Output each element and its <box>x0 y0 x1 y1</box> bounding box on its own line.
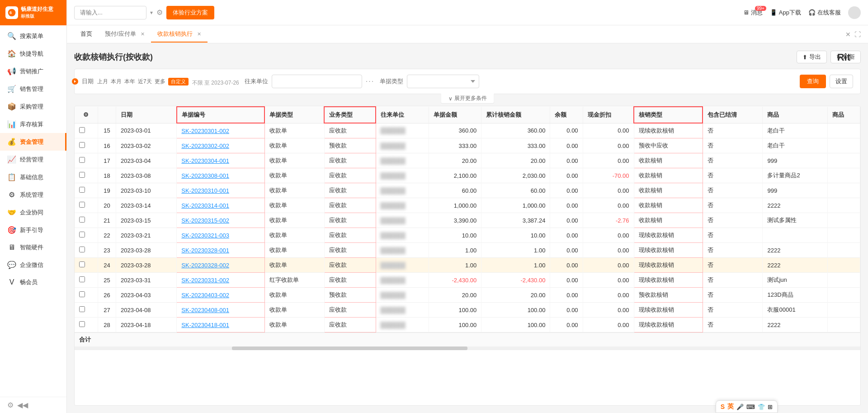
cell-doc-no[interactable]: SK-20230302-002 <box>177 138 264 153</box>
tab-home[interactable]: 首页 <box>74 26 99 43</box>
date-last-month[interactable]: 上月 <box>97 78 108 85</box>
cell-partner: ██████ <box>376 273 429 288</box>
more-filter-dots[interactable]: ··· <box>366 77 374 85</box>
cell-doc-no[interactable]: SK-20230321-003 <box>177 228 264 243</box>
cell-doc-no[interactable]: SK-20230408-001 <box>177 303 264 318</box>
cell-biz-type: 应收款 <box>324 258 376 273</box>
table-row: 152023-03-01SK-20230301-002收款单应收款██████3… <box>75 123 860 138</box>
messages-button[interactable]: 🖥 消息 99+ <box>743 9 763 17</box>
cell-doc-no[interactable]: SK-20230418-001 <box>177 318 264 332</box>
tab-close-collection[interactable]: ✕ <box>197 31 201 37</box>
sidebar-icon-wecom: 💬 <box>7 261 16 269</box>
cell-doc-no[interactable]: SK-20230308-001 <box>177 168 264 183</box>
date-this-month[interactable]: 本月 <box>111 78 122 85</box>
cell-doc-no[interactable]: SK-20230328-001 <box>177 243 264 258</box>
cell-doc-no[interactable]: SK-20230403-002 <box>177 288 264 303</box>
sidebar-icon-guide: 🎯 <box>7 226 16 234</box>
app-download-button[interactable]: 📱 App下载 <box>770 9 801 17</box>
user-avatar[interactable] <box>848 6 861 19</box>
doctype-select[interactable] <box>407 75 479 88</box>
expand-tab-btn[interactable]: ⛶ <box>854 31 861 38</box>
ime-mic-icon[interactable]: 🎤 <box>736 404 744 410</box>
sidebar-item-corp[interactable]: 🤝企业协同 <box>0 204 66 221</box>
cell-doc-type: 收款单 <box>264 288 324 303</box>
date-this-year[interactable]: 本年 <box>124 78 135 85</box>
cell-verify-type: 收款核销 <box>634 198 703 213</box>
cell-goods: 测试多属性 <box>763 213 827 228</box>
expand-more-conditions[interactable]: ∨ 展开更多条件 <box>441 94 495 104</box>
cell-doc-no[interactable]: SK-20230315-002 <box>177 213 264 228</box>
cell-total-verify: 1.00 <box>481 243 550 258</box>
cell-partner: ██████ <box>376 303 429 318</box>
sidebar-item-hardware[interactable]: 🖥智能硬件 <box>0 239 66 256</box>
cell-goods2 <box>827 213 860 228</box>
cell-doc-no[interactable]: SK-20230310-001 <box>177 183 264 198</box>
tab-close-receivable[interactable]: ✕ <box>141 31 145 37</box>
col-settings[interactable]: ⚙ <box>75 107 98 123</box>
sidebar-item-shortcut[interactable]: 🏠快捷导航 <box>0 45 66 62</box>
ime-shirt-icon[interactable]: 👕 <box>758 404 765 410</box>
sidebar-item-system[interactable]: ⚙系统管理 <box>0 186 66 204</box>
cell-doc-no[interactable]: SK-20230328-002 <box>177 258 264 273</box>
cell-balance: 0.00 <box>550 228 583 243</box>
query-button[interactable]: 查询 <box>800 75 826 88</box>
tab-receivable[interactable]: 预付/应付单 ✕ <box>99 26 151 43</box>
search-input[interactable] <box>74 6 146 19</box>
tab-collection[interactable]: 收款核销执行 ✕ <box>151 26 208 43</box>
service-button[interactable]: 🎧 在线客服 <box>808 9 841 17</box>
sidebar-icon-system: ⚙ <box>7 190 16 199</box>
filter-expand-button[interactable] <box>72 78 78 85</box>
sidebar-icon-finance: 💰 <box>7 138 16 146</box>
solution-button[interactable]: 体验行业方案 <box>166 6 214 19</box>
cell-goods: 2222 <box>763 318 827 332</box>
sidebar-item-purchase[interactable]: 📦采购管理 <box>0 98 66 115</box>
date-7days[interactable]: 近7天 <box>138 78 152 85</box>
rit-label: Rit <box>837 52 850 63</box>
table-row: 232023-03-28SK-20230328-001收款单应收款██████1… <box>75 243 860 258</box>
cell-doc-no[interactable]: SK-20230301-002 <box>177 123 264 138</box>
export-button[interactable]: ⬆ 导出 <box>797 51 827 63</box>
sidebar-item-sales[interactable]: 🛒销售管理 <box>0 80 66 98</box>
sidebar-item-finance[interactable]: 💰资金管理 <box>0 133 66 151</box>
date-custom[interactable]: 自定义 <box>168 78 189 85</box>
ime-grid-icon[interactable]: ⊞ <box>768 404 773 410</box>
collapse-icon[interactable]: ◀◀ <box>17 401 28 409</box>
cell-doc-no[interactable]: SK-20230331-002 <box>177 273 264 288</box>
cell-total-verify: 20.00 <box>481 153 550 168</box>
cell-cash-discount: 0.00 <box>583 138 634 153</box>
doctype-filter-label: 单据类型 <box>380 77 403 85</box>
dropdown-arrow-icon[interactable]: ▾ <box>150 9 153 16</box>
cell-biz-type: 应收款 <box>324 183 376 198</box>
sidebar-item-basic[interactable]: 📋基础信息 <box>0 168 66 186</box>
sidebar-footer: ⚙ ◀◀ <box>0 397 66 413</box>
sidebar-item-operation[interactable]: 📈经营管理 <box>0 151 66 168</box>
cell-biz-type: 应收款 <box>324 243 376 258</box>
cell-checkbox <box>75 318 98 332</box>
horizontal-scrollbar[interactable] <box>75 347 860 350</box>
sidebar-item-guide[interactable]: 🎯新手引导 <box>0 221 66 239</box>
cell-doc-no[interactable]: SK-20230304-001 <box>177 153 264 168</box>
close-tab-btn[interactable]: ✕ <box>845 31 851 38</box>
gear-icon[interactable]: ⚙ <box>156 8 163 17</box>
cell-goods2 <box>827 318 860 332</box>
ime-keyboard-icon[interactable]: ⌨ <box>746 404 755 410</box>
sidebar-item-inventory[interactable]: 📊库存核算 <box>0 115 66 133</box>
sidebar-item-search[interactable]: 🔍搜索菜单 <box>0 27 66 45</box>
cell-biz-type: 应收款 <box>324 213 376 228</box>
cell-balance: 0.00 <box>550 303 583 318</box>
settings-button[interactable]: 设置 <box>830 75 853 88</box>
date-more[interactable]: 更多 <box>155 78 165 85</box>
cell-idx: 22 <box>98 228 116 243</box>
sidebar-item-marketing[interactable]: 📢营销推广 <box>0 62 66 80</box>
cell-doc-no[interactable]: SK-20230314-001 <box>177 198 264 213</box>
partner-input[interactable] <box>272 75 362 88</box>
cell-doc-type: 收款单 <box>264 198 324 213</box>
sidebar-icon-inventory: 📊 <box>7 120 16 128</box>
page-title: 收款核销执行(按收款) <box>74 52 153 62</box>
sidebar-item-wecom[interactable]: 💬企业微信 <box>0 256 66 274</box>
table-scroll[interactable]: ⚙ 日期 单据编号 单据类型 业务类型 往来单位 单据金额 累计核销金额 余额 … <box>75 106 860 405</box>
cell-balance: 0.00 <box>550 243 583 258</box>
settings-icon[interactable]: ⚙ <box>7 401 14 409</box>
cell-amount: 60.00 <box>429 183 481 198</box>
sidebar-item-member[interactable]: V畅会员 <box>0 274 66 291</box>
